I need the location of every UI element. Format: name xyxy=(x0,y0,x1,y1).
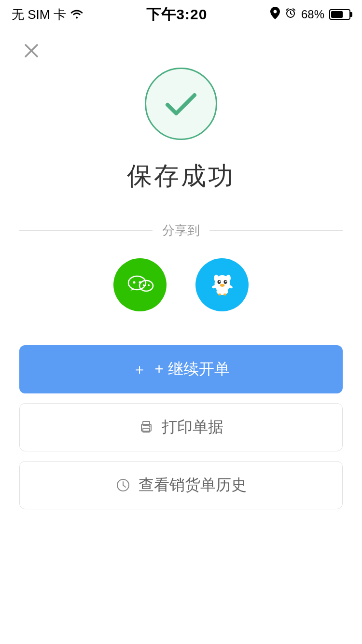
carrier-text: 无 SIM 卡 xyxy=(12,6,66,23)
print-label: 打印单据 xyxy=(162,417,223,438)
success-circle xyxy=(145,68,217,140)
status-time: 下午3:20 xyxy=(146,5,207,25)
print-icon xyxy=(139,420,154,435)
status-bar: 无 SIM 卡 下午3:20 68% xyxy=(0,0,362,29)
share-divider: 分享到 xyxy=(19,222,343,239)
checkmark-icon xyxy=(162,84,200,123)
battery-icon xyxy=(329,9,350,20)
svg-point-20 xyxy=(226,275,231,281)
svg-point-3 xyxy=(128,276,146,290)
divider-line-left xyxy=(19,230,153,231)
wechat-icon xyxy=(125,269,156,301)
close-icon xyxy=(24,43,39,58)
share-label: 分享到 xyxy=(162,222,200,239)
location-icon xyxy=(270,7,280,22)
svg-rect-18 xyxy=(223,294,226,295)
svg-point-5 xyxy=(133,281,135,283)
battery-percent: 68% xyxy=(301,8,324,21)
continue-button[interactable]: ＋ + 继续开单 xyxy=(19,345,343,393)
status-left: 无 SIM 卡 xyxy=(12,6,84,23)
history-label: 查看销货单历史 xyxy=(139,475,247,496)
svg-point-26 xyxy=(149,426,151,428)
share-qq-button[interactable] xyxy=(195,258,249,311)
svg-point-13 xyxy=(219,280,220,282)
wifi-icon xyxy=(70,7,84,22)
svg-point-6 xyxy=(139,281,141,283)
svg-point-15 xyxy=(220,284,224,287)
battery-fill xyxy=(331,11,343,18)
continue-label: + 继续开单 xyxy=(154,359,230,380)
print-button[interactable]: 打印单据 xyxy=(19,403,343,451)
svg-point-14 xyxy=(225,280,226,282)
svg-point-16 xyxy=(216,288,228,295)
success-title: 保存成功 xyxy=(127,159,235,193)
share-wechat-button[interactable] xyxy=(113,258,167,311)
close-button[interactable] xyxy=(19,39,43,63)
svg-rect-17 xyxy=(218,294,221,295)
svg-point-7 xyxy=(143,284,145,286)
action-buttons: ＋ + 继续开单 打印单据 查看销货单历 xyxy=(19,345,343,509)
share-icons-row xyxy=(113,258,249,311)
qq-icon xyxy=(207,269,238,301)
plus-icon: ＋ xyxy=(132,360,147,379)
svg-point-19 xyxy=(214,275,219,281)
history-button[interactable]: 查看销货单历史 xyxy=(19,461,343,509)
divider-line-right xyxy=(209,230,343,231)
svg-point-8 xyxy=(148,284,150,286)
alarm-icon xyxy=(285,7,296,22)
status-right: 68% xyxy=(270,7,350,22)
clock-icon xyxy=(115,477,131,493)
main-content: 保存成功 分享到 xyxy=(0,29,362,644)
